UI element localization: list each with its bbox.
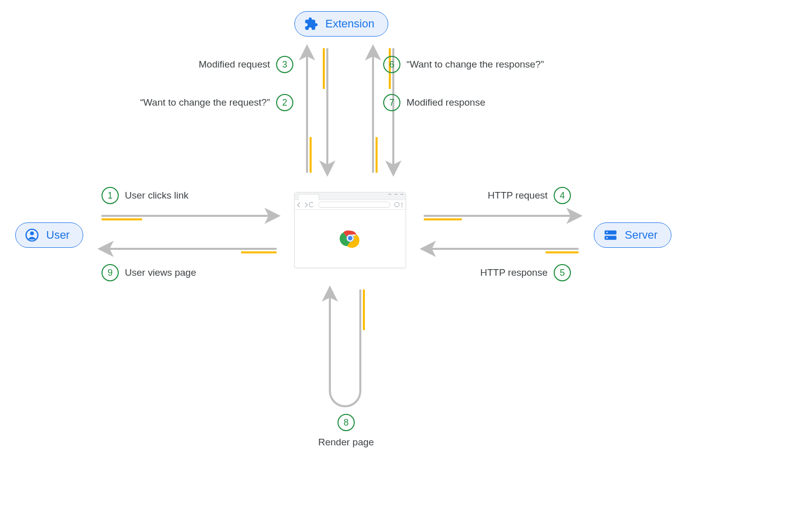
- node-user: User: [15, 222, 83, 248]
- step-9: 9 User views page: [101, 264, 196, 281]
- step-label: “Want to change the request?”: [140, 97, 270, 108]
- puzzle-piece-icon: [304, 17, 318, 31]
- node-extension: Extension: [294, 11, 388, 37]
- step-4: 4 HTTP request: [488, 187, 571, 204]
- user-icon: [25, 228, 39, 242]
- step-3: 3 Modified request: [199, 56, 293, 73]
- step-label: Modified response: [407, 97, 485, 108]
- svg-point-1: [30, 232, 33, 235]
- step-number: 9: [101, 264, 119, 281]
- step-label: User clicks link: [125, 190, 189, 201]
- step-number: 6: [383, 56, 400, 73]
- step-label: “Want to change the response?”: [407, 59, 544, 70]
- step-5: 5 HTTP response: [480, 264, 571, 281]
- node-browser: [294, 192, 406, 268]
- address-bar: [318, 202, 390, 208]
- svg-point-4: [606, 232, 608, 233]
- step-6: 6 “Want to change the response?”: [383, 56, 544, 73]
- step-label: HTTP request: [488, 190, 548, 201]
- chrome-logo-icon: [339, 227, 361, 251]
- node-server-label: Server: [625, 229, 658, 242]
- node-extension-label: Extension: [325, 17, 375, 30]
- step-number: 1: [101, 187, 119, 204]
- step-number: 7: [383, 94, 400, 111]
- step-label: User views page: [125, 267, 196, 278]
- step-number: 3: [276, 56, 293, 73]
- step-number: 5: [554, 264, 571, 281]
- svg-point-8: [347, 235, 353, 241]
- step-label: Modified request: [199, 59, 270, 70]
- server-icon: [603, 228, 618, 242]
- step-1: 1 User clicks link: [101, 187, 189, 204]
- step-8-number: 8: [337, 414, 355, 431]
- arrow-layer: [0, 0, 812, 519]
- step-7: 7 Modified response: [383, 94, 485, 111]
- profile-icon: [394, 202, 399, 207]
- browser-tabstrip: [295, 192, 405, 200]
- step-number: 4: [554, 187, 571, 204]
- browser-toolbar: [295, 200, 405, 210]
- refresh-icon: [309, 202, 314, 207]
- node-server: Server: [594, 222, 671, 248]
- step-2: 2 “Want to change the request?”: [140, 94, 293, 111]
- step-label: Render page: [318, 437, 374, 448]
- node-user-label: User: [46, 229, 70, 242]
- step-label: HTTP response: [480, 267, 548, 278]
- step-number: 8: [337, 414, 355, 431]
- step-8-label: Render page: [318, 437, 374, 448]
- step-number: 2: [276, 94, 293, 111]
- back-icon: [297, 202, 302, 207]
- menu-icon: [401, 203, 402, 207]
- arrow-8: [330, 289, 360, 406]
- forward-icon: [303, 202, 308, 207]
- svg-point-5: [606, 237, 608, 239]
- diagram-canvas: { "nodes": { "extension": "Extension", "…: [0, 0, 812, 519]
